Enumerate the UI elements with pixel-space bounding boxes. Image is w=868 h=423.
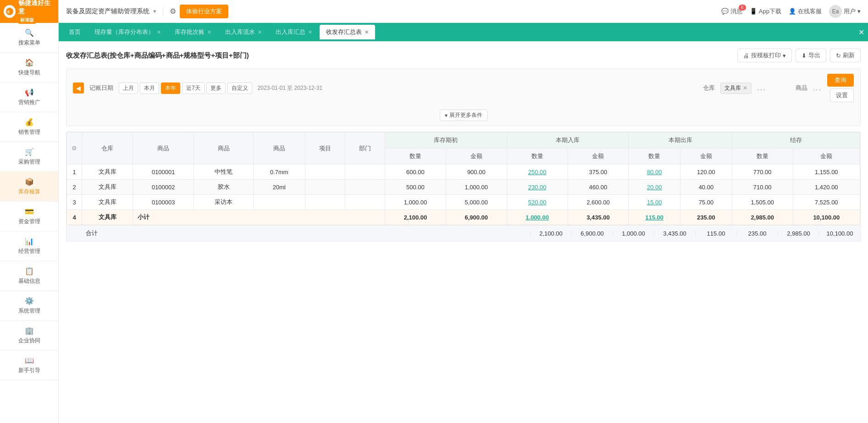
table-row: 1 文具库 0100001 中性笔 0.7mm 600.00 900.00 25… bbox=[67, 165, 860, 180]
tab-recv-send-summary[interactable]: 收发存汇总表 ✕ bbox=[320, 25, 375, 39]
date-btn-this-month[interactable]: 本月 bbox=[140, 82, 159, 94]
export-btn[interactable]: ⬇ 导出 bbox=[796, 49, 826, 62]
date-range-display: 2023-01-01 至 2023-12-31 bbox=[258, 84, 322, 92]
user-menu[interactable]: Ea 用户 ▾ bbox=[829, 5, 861, 18]
sidebar-item-corp[interactable]: 🏢 企业协同 bbox=[0, 321, 58, 351]
cell-opening-amt: 5,000.00 bbox=[446, 195, 507, 210]
table-header-group-row: ⚙ 仓库 商品 商品 商品 项目 部门 库存期初 本期入库 本期出库 结存 bbox=[67, 132, 860, 148]
sidebar-item-finance[interactable]: 💳 资金管理 bbox=[0, 202, 58, 231]
table-body: 1 文具库 0100001 中性笔 0.7mm 600.00 900.00 25… bbox=[67, 165, 860, 225]
th-out-amt: 金额 bbox=[680, 148, 732, 165]
sidebar-item-inventory[interactable]: 📦 库存核算 bbox=[0, 172, 58, 202]
cell-balance-amt: 7,525.00 bbox=[793, 195, 860, 210]
subtotal-row: 4 文具库 小计 2,100.00 6,900.00 1,000.00 3,43… bbox=[67, 210, 860, 225]
refresh-btn[interactable]: ↻ 刷新 bbox=[830, 49, 861, 62]
date-btn-last-month[interactable]: 上月 bbox=[119, 82, 138, 94]
cell-out-amt: 120.00 bbox=[680, 165, 732, 180]
tab-home[interactable]: 首页 bbox=[62, 25, 87, 39]
footer-label-cell: 合计 bbox=[81, 229, 530, 237]
online-service-btn[interactable]: 👤 在线客服 bbox=[789, 7, 822, 16]
subtotal-no: 4 bbox=[67, 210, 82, 225]
sidebar-item-beginner[interactable]: 📖 新手引导 bbox=[0, 351, 58, 380]
cell-out-qty[interactable]: 20.00 bbox=[629, 180, 680, 195]
table-container: ⚙ 仓库 商品 商品 商品 项目 部门 库存期初 本期入库 本期出库 结存 bbox=[66, 132, 861, 225]
cell-warehouse: 文具库 bbox=[82, 180, 133, 195]
gear-icon[interactable]: ⚙ bbox=[170, 7, 176, 16]
tab-close-io-summary[interactable]: ✕ bbox=[308, 29, 312, 35]
sidebar-item-purchase[interactable]: 🛒 采购管理 bbox=[0, 142, 58, 172]
tab-io-summary[interactable]: 出入库汇总 ✕ bbox=[269, 25, 319, 39]
cell-balance-amt: 1,420.00 bbox=[793, 180, 860, 195]
page-title-row: 收发存汇总表(按仓库+商品编码+商品+规格型号+项目+部门) 🖨 按模板打印 ▾… bbox=[66, 49, 861, 62]
sidebar-item-quick-nav[interactable]: 🏠 快捷导航 bbox=[0, 53, 58, 82]
system-icon: ⚙️ bbox=[25, 297, 34, 305]
refresh-icon: ↻ bbox=[836, 52, 841, 59]
sales-icon: 💰 bbox=[25, 118, 34, 126]
sidebar-item-basic-info[interactable]: 📋 基础信息 bbox=[0, 261, 58, 291]
tab-inventory-dist[interactable]: 现存量（库存分布表） ✕ bbox=[88, 25, 167, 39]
cell-project bbox=[305, 195, 345, 210]
tab-close-batch-account[interactable]: ✕ bbox=[207, 29, 211, 35]
cell-out-amt: 75.00 bbox=[680, 195, 732, 210]
app-download-btn[interactable]: 📱 App下载 bbox=[750, 7, 781, 16]
goods-more-btn[interactable]: ... bbox=[813, 84, 822, 92]
goods-label: 商品 bbox=[796, 84, 807, 92]
tab-close-io-flow[interactable]: ✕ bbox=[258, 29, 262, 35]
sidebar-item-sales[interactable]: 💰 销售管理 bbox=[0, 112, 58, 142]
subtotal-balance-amt: 10,100.00 bbox=[793, 210, 860, 225]
date-btn-more[interactable]: 更多 bbox=[206, 82, 226, 94]
system-title-dropdown-icon[interactable]: ▾ bbox=[153, 8, 156, 15]
experience-btn[interactable]: 体验行业方案 bbox=[180, 5, 228, 18]
subtotal-label: 小计 bbox=[133, 210, 385, 225]
expand-row: ▾ 展开更多条件 bbox=[73, 106, 854, 121]
table-settings-icon[interactable]: ⚙ bbox=[72, 145, 77, 152]
query-area: 查询 设置 bbox=[827, 74, 854, 102]
date-btn-this-year[interactable]: 本年 bbox=[161, 82, 180, 94]
messages-btn[interactable]: 💬 消息 6 bbox=[721, 7, 742, 16]
page-actions: 🖨 按模板打印 ▾ ⬇ 导出 ↻ 刷新 bbox=[737, 49, 861, 62]
page-container: 收发存汇总表(按仓库+商品编码+商品+规格型号+项目+部门) 🖨 按模板打印 ▾… bbox=[59, 41, 868, 423]
filter-collapse-btn[interactable]: ◀ bbox=[73, 82, 84, 93]
cell-out-qty[interactable]: 80.00 bbox=[629, 165, 680, 180]
subtotal-out-qty[interactable]: 115.00 bbox=[629, 210, 680, 225]
phone-icon: 📱 bbox=[750, 8, 757, 15]
tab-batch-account[interactable]: 库存批次账 ✕ bbox=[168, 25, 218, 39]
subtotal-balance-qty: 2,985.00 bbox=[732, 210, 793, 225]
sidebar-item-search[interactable]: 🔍 搜索菜单 bbox=[0, 23, 58, 53]
export-icon: ⬇ bbox=[802, 52, 807, 59]
tab-close-inventory-dist[interactable]: ✕ bbox=[157, 29, 161, 35]
cell-goods-name: 胶水 bbox=[194, 180, 254, 195]
cell-out-qty[interactable]: 15.00 bbox=[629, 195, 680, 210]
sidebar-item-operations[interactable]: 📊 经营管理 bbox=[0, 231, 58, 261]
footer-total-balance-qty: 2,985.00 bbox=[778, 230, 819, 237]
query-btn[interactable]: 查询 bbox=[827, 74, 854, 87]
subtotal-in-qty[interactable]: 1,000.00 bbox=[507, 210, 568, 225]
cell-in-qty[interactable]: 520.00 bbox=[507, 195, 568, 210]
basic-info-icon: 📋 bbox=[25, 267, 34, 275]
print-btn[interactable]: 🖨 按模板打印 ▾ bbox=[737, 49, 792, 62]
filter-settings-btn[interactable]: 设置 bbox=[830, 88, 854, 102]
sidebar-item-system[interactable]: ⚙️ 系统管理 bbox=[0, 291, 58, 321]
th-out-qty: 数量 bbox=[629, 148, 680, 165]
print-dropdown-icon: ▾ bbox=[783, 52, 786, 59]
sidebar-item-marketing[interactable]: 📢 营销推广 bbox=[0, 82, 58, 112]
tab-io-flow[interactable]: 出入库流水 ✕ bbox=[219, 25, 268, 39]
expand-more-btn[interactable]: ▾ 展开更多条件 bbox=[440, 110, 487, 121]
th-project: 项目 bbox=[305, 132, 345, 165]
date-btn-custom[interactable]: 自定义 bbox=[227, 82, 252, 94]
cell-department bbox=[345, 180, 385, 195]
cell-goods-spec: 0.7mm bbox=[254, 165, 305, 180]
cell-in-qty[interactable]: 230.00 bbox=[507, 180, 568, 195]
cell-no: 3 bbox=[67, 195, 82, 210]
warehouse-tag-close[interactable]: ✕ bbox=[743, 85, 747, 91]
print-icon: 🖨 bbox=[743, 52, 749, 59]
cell-balance-qty: 710.00 bbox=[732, 180, 793, 195]
tab-close-recv-send[interactable]: ✕ bbox=[365, 29, 369, 35]
warehouse-more-btn[interactable]: ... bbox=[757, 84, 766, 92]
page-title: 收发存汇总表(按仓库+商品编码+商品+规格型号+项目+部门) bbox=[66, 51, 249, 60]
header-left: 装备及固定资产辅助管理系统 ▾ ⚙ 体验行业方案 bbox=[66, 5, 716, 18]
th-goods-code: 商品 bbox=[133, 132, 194, 165]
cell-in-qty[interactable]: 250.00 bbox=[507, 165, 568, 180]
date-btn-7days[interactable]: 近7天 bbox=[182, 82, 205, 94]
tab-bar-close-btn[interactable]: ✕ bbox=[858, 28, 864, 37]
